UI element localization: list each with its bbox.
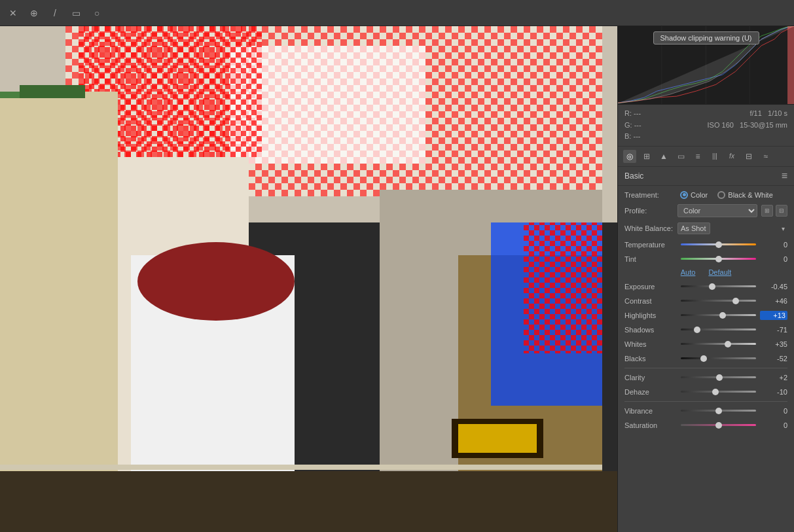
exif-right: f/11 1/10 s ISO 160 15-30@15 mm [708, 108, 787, 143]
saturation-value: 0 [760, 421, 787, 429]
circle-tool[interactable]: ○ [90, 7, 103, 20]
vibrance-slider[interactable] [681, 406, 756, 416]
vibrance-thumb[interactable] [715, 408, 722, 414]
temperature-slider[interactable] [681, 239, 756, 250]
blacks-slider[interactable] [681, 353, 756, 364]
temperature-row: Temperature 0 [624, 239, 787, 250]
crop-panel-icon[interactable]: ▭ [674, 150, 687, 163]
profile-select[interactable]: Color [677, 204, 757, 217]
r-label: R: [624, 109, 632, 117]
default-button[interactable]: Default [708, 268, 731, 276]
cursor-tool[interactable]: ✕ [7, 7, 20, 20]
section-menu-icon[interactable]: ≡ [782, 170, 787, 182]
grid-panel-icon[interactable]: ⊞ [640, 150, 653, 163]
dehaze-row: Dehaze -10 [624, 387, 787, 397]
calibrate-panel-icon[interactable]: ⊟ [742, 150, 755, 163]
vibrance-track [681, 410, 756, 412]
dehaze-track [681, 391, 756, 393]
controls-panel: Treatment: Color Black & White Profile: [618, 186, 794, 532]
saturation-slider[interactable] [681, 420, 756, 431]
temperature-thumb[interactable] [715, 241, 722, 248]
exposure-row: Exposure -0.45 [624, 281, 787, 292]
contrast-row: Contrast +46 [624, 296, 787, 306]
contrast-value: +46 [760, 297, 787, 305]
lens-panel-icon[interactable]: ≈ [759, 150, 772, 163]
brush-tool[interactable]: / [48, 7, 62, 20]
clarity-value: +2 [760, 374, 787, 381]
highlights-thumb[interactable] [719, 312, 726, 319]
highlights-label: Highlights [624, 311, 677, 319]
profile-browse-icon[interactable]: ⊟ [776, 205, 787, 217]
shadows-label: Shadows [624, 326, 677, 334]
clarity-slider[interactable] [681, 372, 756, 383]
clarity-thumb[interactable] [716, 374, 723, 381]
hsl-panel-icon[interactable]: ≡ [691, 150, 704, 163]
presets-panel-icon[interactable]: ◎ [623, 150, 636, 163]
dehaze-slider[interactable] [681, 387, 756, 397]
saturation-thumb[interactable] [715, 422, 722, 429]
svg-rect-33 [787, 26, 794, 104]
auto-button[interactable]: Auto [681, 268, 696, 276]
bw-radio[interactable]: Black & White [717, 191, 772, 199]
contrast-thumb[interactable] [732, 298, 739, 304]
separator-1 [624, 368, 787, 368]
exposure-track [681, 285, 756, 287]
svg-rect-5 [0, 92, 118, 484]
color-radio-label: Color [691, 191, 708, 199]
exif-info: R: --- G: --- B: --- f/11 1/10 s ISO 160… [618, 105, 794, 147]
clarity-track [681, 376, 756, 378]
blacks-thumb[interactable] [700, 355, 707, 362]
whites-thumb[interactable] [725, 341, 731, 347]
shadows-thumb[interactable] [694, 327, 700, 333]
tint-label: Tint [624, 255, 677, 263]
photo-background [0, 26, 617, 532]
g-value: --- [634, 121, 641, 129]
temperature-value: 0 [760, 241, 787, 249]
whites-value: +35 [760, 340, 787, 348]
bw-radio-dot [717, 191, 725, 199]
shadows-slider[interactable] [681, 325, 756, 335]
bw-radio-label: Black & White [728, 191, 772, 199]
effects-panel-icon[interactable]: fx [725, 150, 738, 163]
highlights-row: Highlights +13 [624, 310, 787, 321]
color-radio[interactable]: Color [680, 191, 708, 199]
whites-slider[interactable] [681, 339, 756, 349]
tint-thumb[interactable] [715, 256, 722, 262]
b-label: B: [624, 132, 631, 140]
highlights-slider[interactable] [681, 310, 756, 321]
blacks-value: -52 [760, 355, 787, 363]
tint-row: Tint 0 [624, 254, 787, 264]
blacks-row: Blacks -52 [624, 353, 787, 364]
exposure-slider[interactable] [681, 281, 756, 292]
split-tone-icon[interactable]: ||| [708, 150, 721, 163]
dehaze-label: Dehaze [624, 388, 677, 396]
clipping-warning: Shadow clipping warning (U) [653, 31, 759, 44]
b-value: --- [633, 132, 640, 140]
photo-area [0, 26, 617, 532]
svg-rect-15 [0, 465, 602, 470]
target-tool[interactable]: ⊕ [27, 7, 41, 20]
color-radio-dot [680, 191, 688, 199]
lens: 15-30@15 mm [740, 121, 787, 129]
svg-rect-19 [20, 85, 85, 98]
profile-grid-icon[interactable]: ⊞ [761, 205, 773, 217]
dehaze-thumb[interactable] [712, 389, 719, 395]
profile-row: Profile: Color ⊞ ⊟ [624, 204, 787, 217]
whites-track [681, 343, 756, 345]
tone-curve-icon[interactable]: ▲ [657, 150, 670, 163]
clarity-row: Clarity +2 [624, 372, 787, 383]
exposure-thumb[interactable] [709, 283, 715, 290]
contrast-slider[interactable] [681, 296, 756, 306]
highlights-value[interactable]: +13 [760, 311, 787, 320]
exif-left: R: --- G: --- B: --- [624, 108, 641, 143]
svg-rect-17 [458, 424, 537, 453]
treatment-row: Treatment: Color Black & White [624, 191, 787, 199]
crop-tool[interactable]: ▭ [69, 7, 82, 20]
treatment-radio-group: Color Black & White [680, 191, 773, 199]
wb-select[interactable]: As Shot Auto Daylight Cloudy Custom [677, 222, 710, 234]
exposure-label: Exposure [624, 283, 677, 291]
tint-slider[interactable] [681, 254, 756, 264]
saturation-row: Saturation 0 [624, 420, 787, 431]
basic-section-header: Basic ≡ [618, 167, 794, 186]
dehaze-value: -10 [760, 388, 787, 396]
